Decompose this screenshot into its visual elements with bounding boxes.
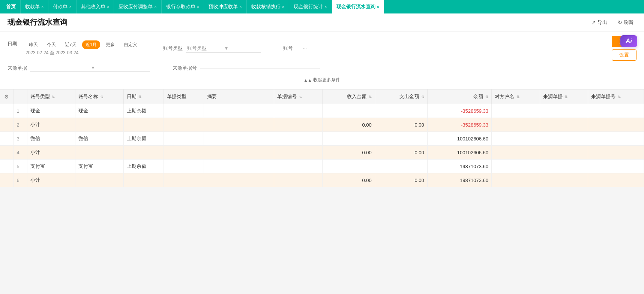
nav-close-other-income[interactable]: × xyxy=(107,4,109,9)
row-account-type: 微信 xyxy=(27,132,75,146)
row-source-doc-no xyxy=(588,118,644,132)
col-account-type[interactable]: 账号类型 ⇅ xyxy=(27,90,75,104)
nav-close-bank-deposit[interactable]: × xyxy=(197,4,199,9)
row-doc-type xyxy=(164,104,204,118)
row-doc-no xyxy=(274,160,323,173)
date-btn-1month[interactable]: 近1月 xyxy=(82,40,101,49)
source-doc-no-label: 来源单据号 xyxy=(173,65,197,72)
date-range-display: 2023-02-24 至 2023-03-24 xyxy=(26,50,141,56)
source-doc-no-input[interactable] xyxy=(200,67,320,69)
nav-close-prepay[interactable]: × xyxy=(239,4,242,9)
page-title: 现金银行流水查询 xyxy=(8,17,68,27)
row-balance: -3528659.33 xyxy=(427,118,491,132)
row-balance: 19871073.60 xyxy=(427,173,491,187)
nav-item-prepay[interactable]: 预收冲应收单 × xyxy=(204,0,246,13)
nav-close-payments[interactable]: × xyxy=(69,4,71,9)
row-doc-type xyxy=(164,132,204,146)
date-btn-7days[interactable]: 近7天 xyxy=(62,40,80,49)
date-btn-custom[interactable]: 自定义 xyxy=(120,40,141,49)
nav-close-ar-adjust[interactable]: × xyxy=(154,4,156,9)
row-source-doc xyxy=(540,173,588,187)
table-row[interactable]: 1 现金 现金 上期余额 -3528659.33 xyxy=(0,104,644,118)
nav-item-home[interactable]: 首页 xyxy=(2,0,21,13)
sort-icon-expense: ⇅ xyxy=(421,95,424,99)
account-filter-group: 账号 ··· xyxy=(283,45,376,52)
row-doc-no xyxy=(274,173,323,187)
nav-item-ar-adjust[interactable]: 应收应付调整单 × xyxy=(114,0,161,13)
col-income[interactable]: 收入金额 ⇅ xyxy=(322,90,375,104)
account-type-select[interactable]: 账号类型 ▼ xyxy=(186,44,261,53)
table-header-row: ⚙ 账号类型 ⇅ 账号名称 ⇅ 日期 ⇅ 单据类型 xyxy=(0,90,644,104)
nav-close-collection-exec[interactable]: × xyxy=(282,4,284,9)
nav-item-bank-deposit[interactable]: 银行存取款单 × xyxy=(162,0,204,13)
date-btn-more[interactable]: 更多 xyxy=(102,40,118,49)
col-doc-no[interactable]: 单据编号 ⇅ xyxy=(274,90,323,104)
nav-item-collection-exec[interactable]: 收款核销执行 × xyxy=(247,0,289,13)
row-source-doc-no xyxy=(588,173,644,187)
export-icon: ↗ xyxy=(591,19,596,25)
source-doc-select[interactable]: ▼ xyxy=(30,64,150,72)
settings-button[interactable]: 设置 xyxy=(612,49,636,61)
nav-item-cash-bank-flow[interactable]: 现金银行流水查询 × xyxy=(332,0,384,13)
row-counterparty xyxy=(491,104,540,118)
refresh-button[interactable]: ↻ 刷新 xyxy=(615,18,636,27)
row-idx: 2 xyxy=(14,118,27,132)
row-counterparty xyxy=(491,173,540,187)
row-income: 0.00 xyxy=(322,118,375,132)
table-row[interactable]: 3 微信 微信 上期余额 100102606.60 xyxy=(0,132,644,146)
nav-item-cash-bank-stat[interactable]: 现金银行统计 × xyxy=(289,0,332,13)
row-expense: 0.00 xyxy=(375,146,427,160)
nav-close-cash-bank-stat[interactable]: × xyxy=(324,4,327,9)
row-expense: 0.00 xyxy=(375,173,427,187)
nav-close-receipts[interactable]: × xyxy=(41,4,44,9)
sort-icon-source-doc: ⇅ xyxy=(564,95,567,99)
date-btn-yesterday[interactable]: 昨天 xyxy=(26,40,41,49)
date-btn-today[interactable]: 今天 xyxy=(44,40,59,49)
source-doc-no-filter-group: 来源单据号 xyxy=(173,65,320,72)
col-source-doc[interactable]: 来源单据 ⇅ xyxy=(540,90,588,104)
row-expense: 0.00 xyxy=(375,118,427,132)
sort-icon-counterparty: ⇅ xyxy=(516,95,519,99)
col-counterparty[interactable]: 对方户名 ⇅ xyxy=(491,90,540,104)
row-balance: -3528659.33 xyxy=(427,104,491,118)
row-source-doc xyxy=(540,104,588,118)
table-row[interactable]: 6 小计 0.00 0.00 19871073.60 xyxy=(0,173,644,187)
table-row[interactable]: 4 小计 0.00 0.00 100102606.60 xyxy=(0,146,644,160)
nav-close-cash-bank-flow[interactable]: × xyxy=(377,4,379,9)
row-settings-cell xyxy=(0,173,14,187)
row-balance: 100102606.60 xyxy=(427,132,491,146)
export-button[interactable]: ↗ 导出 xyxy=(588,18,610,27)
col-source-doc-no[interactable]: 来源单据号 ⇅ xyxy=(588,90,644,104)
row-doc-no xyxy=(274,146,323,160)
gear-icon[interactable]: ⚙ xyxy=(4,94,9,100)
nav-item-payments[interactable]: 付款单 × xyxy=(48,0,76,13)
chevron-down-icon: ▼ xyxy=(224,46,259,51)
row-settings-cell xyxy=(0,146,14,160)
account-input[interactable]: ··· xyxy=(301,45,376,52)
table-row[interactable]: 5 支付宝 支付宝 上期余额 19871073.60 xyxy=(0,160,644,173)
col-expense[interactable]: 支出金额 ⇅ xyxy=(375,90,427,104)
nav-item-receipts[interactable]: 收款单 × xyxy=(21,0,48,13)
row-expense xyxy=(375,104,427,118)
collapse-bar[interactable]: ▲▲ 收起更多条件 xyxy=(8,75,636,85)
ai-badge[interactable]: Ai xyxy=(620,35,637,47)
row-date: 上期余额 xyxy=(123,104,164,118)
row-settings-cell xyxy=(0,118,14,132)
col-date[interactable]: 日期 ⇅ xyxy=(123,90,164,104)
sort-icon-income: ⇅ xyxy=(369,95,372,99)
col-settings[interactable]: ⚙ xyxy=(0,90,14,104)
row-doc-no xyxy=(274,118,323,132)
nav-item-other-income[interactable]: 其他收入单 × xyxy=(77,0,114,13)
col-account-name[interactable]: 账号名称 ⇅ xyxy=(75,90,124,104)
date-label: 日期 xyxy=(8,40,23,47)
row-doc-type xyxy=(164,118,204,132)
row-source-doc-no xyxy=(588,104,644,118)
row-idx: 4 xyxy=(14,146,27,160)
table-row[interactable]: 2 小计 0.00 0.00 -3528659.33 xyxy=(0,118,644,132)
row-account-name xyxy=(75,146,124,160)
row-source-doc-no xyxy=(588,132,644,146)
row-date xyxy=(123,173,164,187)
account-type-filter-group: 账号类型 账号类型 ▼ xyxy=(163,44,261,53)
row-account-type: 小计 xyxy=(27,146,75,160)
col-balance[interactable]: 余额 ⇅ xyxy=(427,90,491,104)
